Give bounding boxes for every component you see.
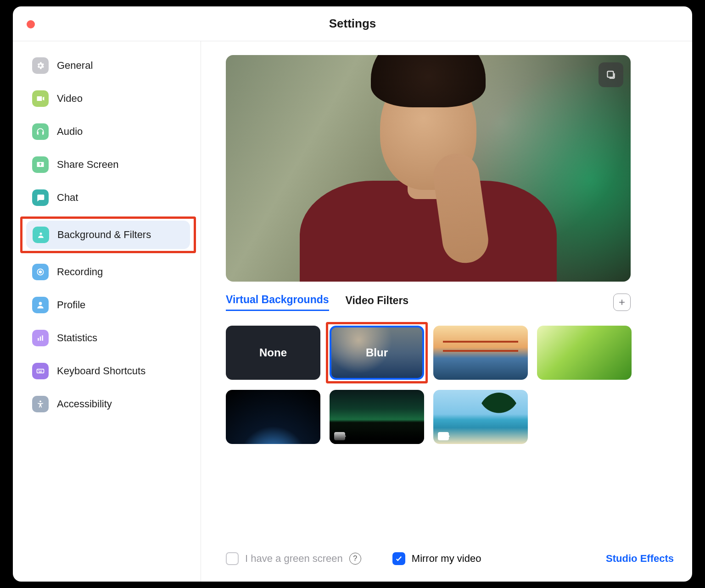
svg-rect-11 <box>39 372 42 372</box>
add-background-button[interactable] <box>613 294 631 311</box>
sidebar-item-label: Statistics <box>57 332 97 344</box>
accessibility-icon <box>32 396 49 412</box>
background-option-aurora[interactable] <box>330 390 424 444</box>
sidebar-item-background-filters[interactable]: Background & Filters <box>26 221 190 249</box>
titlebar: Settings <box>13 6 692 41</box>
mirror-video-label: Mirror my video <box>412 553 481 565</box>
sidebar: General Video Audio Share Screen <box>13 41 201 582</box>
background-option-none[interactable]: None <box>226 326 320 380</box>
sidebar-item-label: Recording <box>57 266 103 278</box>
headphones-icon <box>32 123 49 140</box>
video-icon <box>32 90 49 107</box>
settings-window: Settings General Video Audio <box>13 6 692 582</box>
studio-effects-link[interactable]: Studio Effects <box>606 553 674 565</box>
sidebar-item-audio[interactable]: Audio <box>26 117 190 146</box>
sidebar-item-label: Video <box>57 93 83 105</box>
svg-point-2 <box>39 271 42 273</box>
svg-rect-13 <box>607 71 613 77</box>
window-controls <box>27 20 35 28</box>
sidebar-item-label: General <box>57 60 93 72</box>
svg-rect-10 <box>41 370 42 371</box>
background-blur-label: Blur <box>366 346 388 359</box>
background-option-earth[interactable] <box>226 390 320 444</box>
sidebar-item-accessibility[interactable]: Accessibility <box>26 390 190 418</box>
tab-virtual-backgrounds[interactable]: Virtual Backgrounds <box>226 294 329 311</box>
tab-row: Virtual Backgrounds Video Filters <box>226 294 631 311</box>
gear-icon <box>32 57 49 74</box>
green-screen-help-icon[interactable]: ? <box>349 553 361 565</box>
sidebar-item-video[interactable]: Video <box>26 84 190 113</box>
sidebar-item-statistics[interactable]: Statistics <box>26 324 190 352</box>
rotate-camera-button[interactable] <box>599 62 623 87</box>
background-option-bridge[interactable] <box>433 326 528 380</box>
sidebar-item-label: Audio <box>57 126 83 138</box>
svg-rect-5 <box>40 337 41 341</box>
svg-point-3 <box>39 302 42 305</box>
keyboard-icon <box>32 363 49 379</box>
sidebar-item-label: Share Screen <box>57 159 119 171</box>
content-pane: Virtual Backgrounds Video Filters None B… <box>201 41 692 582</box>
background-none-label: None <box>259 346 287 359</box>
sidebar-item-label: Profile <box>57 299 85 311</box>
background-option-grass[interactable] <box>537 326 632 380</box>
sidebar-item-chat[interactable]: Chat <box>26 183 190 212</box>
sidebar-item-profile[interactable]: Profile <box>26 291 190 319</box>
svg-rect-4 <box>38 338 39 341</box>
sidebar-item-label: Keyboard Shortcuts <box>57 365 145 377</box>
window-title: Settings <box>329 17 376 31</box>
annotation-highlight-sidebar: Background & Filters <box>20 216 196 253</box>
share-icon <box>32 156 49 173</box>
background-icon <box>33 227 49 243</box>
svg-rect-9 <box>39 370 40 371</box>
video-preview <box>226 55 631 282</box>
stats-icon <box>32 330 49 346</box>
svg-rect-6 <box>42 335 43 341</box>
background-option-beach[interactable] <box>433 390 528 444</box>
svg-point-0 <box>40 233 42 235</box>
sidebar-item-label: Background & Filters <box>57 229 151 241</box>
sidebar-item-general[interactable]: General <box>26 51 190 80</box>
green-screen-label: I have a green screen <box>245 553 343 565</box>
sidebar-item-label: Chat <box>57 192 78 204</box>
profile-icon <box>32 297 49 313</box>
svg-rect-8 <box>38 370 39 371</box>
mirror-video-checkbox[interactable] <box>392 552 405 565</box>
sidebar-item-recording[interactable]: Recording <box>26 258 190 286</box>
record-icon <box>32 264 49 280</box>
video-badge-icon <box>334 432 345 440</box>
sidebar-item-keyboard-shortcuts[interactable]: Keyboard Shortcuts <box>26 357 190 385</box>
window-body: General Video Audio Share Screen <box>13 41 692 582</box>
tab-video-filters[interactable]: Video Filters <box>346 294 409 311</box>
chat-icon <box>32 189 49 206</box>
annotation-highlight-blur: Blur <box>330 326 424 380</box>
video-badge-icon <box>438 432 449 440</box>
svg-point-12 <box>39 400 41 402</box>
background-option-blur[interactable]: Blur <box>330 326 424 380</box>
sidebar-item-label: Accessibility <box>57 398 112 410</box>
background-grid: None Blur <box>226 326 639 444</box>
close-window-button[interactable] <box>27 20 35 28</box>
green-screen-checkbox[interactable] <box>226 552 239 565</box>
sidebar-item-share-screen[interactable]: Share Screen <box>26 150 190 179</box>
footer-row: I have a green screen ? Mirror my video … <box>226 552 674 565</box>
